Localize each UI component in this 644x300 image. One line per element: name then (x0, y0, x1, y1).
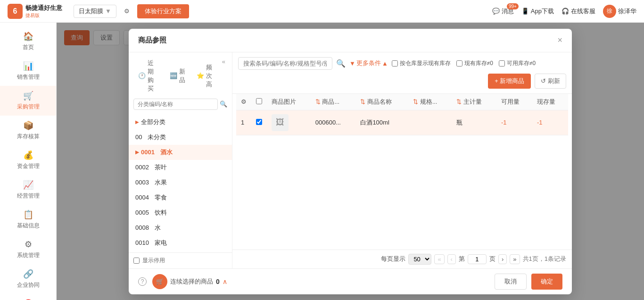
per-page-select[interactable]: 50 (408, 254, 431, 265)
select-all-checkbox[interactable] (256, 98, 262, 104)
table-row[interactable]: 1 🖼 000600... 白酒100ml (236, 110, 568, 135)
last-page-button[interactable]: » (510, 254, 520, 264)
page-number-input[interactable] (468, 254, 487, 264)
cat-item-00[interactable]: 00 未分类 (129, 130, 232, 145)
cat-item-0001[interactable]: ▶ 0001 酒水 (129, 145, 232, 160)
basic-info-icon: 📋 (23, 209, 33, 220)
sidebar-item-home[interactable]: 🏠 首页 (0, 26, 56, 56)
stock-nonzero-checkbox[interactable]: 现有库存≠0 (456, 59, 493, 67)
first-page-button[interactable]: « (434, 254, 444, 264)
warehouse-stock-checkbox[interactable]: 按仓库显示现有库存 (392, 59, 451, 67)
settings-icon[interactable]: ⚙ (124, 8, 130, 15)
cart-icon-button[interactable]: 🛒 (152, 274, 167, 289)
chevron-down-icon: ▼ (105, 8, 111, 15)
cat-item-0003[interactable]: 0003 水果 (129, 175, 232, 190)
cart-icon: 🛒 (156, 278, 164, 285)
sidebar-item-label: 企业协同 (17, 281, 40, 289)
cat-item-0008[interactable]: 0008 水 (129, 220, 232, 235)
page-unit-label: 页 (489, 255, 495, 263)
left-footer: 显示停用 (129, 252, 232, 268)
tab-recent-purchase[interactable]: 🕐 近期购买 (133, 56, 163, 96)
collapse-left-button[interactable]: « (220, 56, 227, 96)
row-image: 🖼 (267, 110, 311, 135)
col-code-header[interactable]: ⇅ 商品... (311, 94, 356, 110)
sidebar-item-finance[interactable]: 💰 资金管理 (0, 145, 56, 175)
cart-area: 🛒 连续选择的商品 0 ∧ (152, 274, 227, 289)
col-spec-header[interactable]: ⇅ 规格... (408, 94, 452, 110)
app-icon: 📱 (521, 8, 529, 15)
tab-high-freq[interactable]: ⭐ 频次高 (192, 56, 218, 96)
cancel-button[interactable]: 取消 (495, 274, 527, 290)
app-download-button[interactable]: 📱 App下载 (521, 7, 554, 16)
purchase-icon: 🛒 (23, 91, 33, 101)
cat-item-0002[interactable]: 0002 茶叶 (129, 160, 232, 175)
clock-icon: 🕐 (138, 72, 146, 79)
prev-page-button[interactable]: ‹ (447, 254, 456, 264)
collapse-cart-button[interactable]: ∧ (223, 278, 227, 285)
row-name: 白酒100ml (355, 110, 408, 135)
message-button[interactable]: 💬 消息 99+ (492, 7, 514, 16)
notification-badge: 99+ (507, 3, 519, 9)
filter-arrow-icon: ▲ (382, 60, 388, 67)
filter-checkboxes: 按仓库显示现有库存 现有库存≠0 可用库存≠0 (392, 59, 536, 67)
show-disabled-checkbox[interactable]: 显示停用 (133, 257, 227, 265)
add-product-button[interactable]: + 新增商品 (488, 74, 531, 89)
logo-area: 6 畅捷通好生意 捷易版 (8, 4, 62, 19)
stock-nonzero-input[interactable] (456, 60, 462, 67)
left-panel: 🕐 近期购买 🆕 新品 ⭐ 频次高 « (129, 52, 232, 268)
trial-button[interactable]: 体验行业方案 (137, 4, 189, 18)
category-search-input[interactable] (133, 99, 218, 110)
tab-label: 频次高 (206, 63, 213, 89)
sidebar: 🏠 首页 📊 销售管理 🛒 采购管理 📦 库存核算 💰 资金管理 📈 经营管理 … (0, 23, 57, 300)
show-disabled-label: 显示停用 (142, 257, 165, 265)
sidebar-item-guide[interactable]: 🎯 新手引导 (0, 294, 56, 300)
col-settings[interactable]: ⚙ (236, 94, 251, 110)
col-name-header[interactable]: ⇅ 商品名称 (355, 94, 408, 110)
cat-item-all[interactable]: ▶ 全部分类 (129, 115, 232, 130)
confirm-button[interactable]: 确定 (531, 274, 562, 290)
row-select-checkbox[interactable] (256, 119, 262, 125)
headset-icon: 🎧 (561, 8, 569, 15)
top-nav: 6 畅捷通好生意 捷易版 日太阳膜 ▼ ⚙ 体验行业方案 💬 消息 99+ 📱 … (0, 0, 644, 23)
online-service-button[interactable]: 🎧 在线客服 (561, 7, 595, 16)
filter-icon: ▼ (349, 60, 355, 67)
help-icon[interactable]: ? (138, 277, 147, 286)
user-area[interactable]: 徐 徐泽华 (603, 5, 636, 18)
col-unit-header[interactable]: ⇅ 主计量 (452, 94, 496, 110)
arrow-right-icon: ▶ (135, 150, 139, 155)
sidebar-item-inventory[interactable]: 📦 库存核算 (0, 116, 56, 145)
left-tabs: 🕐 近期购买 🆕 新品 ⭐ 频次高 « (129, 52, 232, 96)
filter-button[interactable]: ▼ 更多条件 ▲ (349, 59, 388, 67)
cat-item-0004[interactable]: 0004 零食 (129, 190, 232, 205)
sort-icon: ⇅ (413, 98, 418, 105)
available-nonzero-checkbox[interactable]: 可用库存≠0 (499, 59, 536, 67)
tab-new-product[interactable]: 🆕 新品 (165, 56, 190, 96)
col-label: 规格... (420, 98, 438, 105)
row-code: 000600... (311, 110, 356, 135)
sidebar-item-sales[interactable]: 📊 销售管理 (0, 56, 56, 86)
modal-overlay: 商品参照 × 🕐 近期购买 🆕 (57, 23, 644, 300)
next-page-button[interactable]: › (498, 254, 507, 264)
cat-label: 0004 (135, 194, 149, 201)
product-modal: 商品参照 × 🕐 近期购买 🆕 (129, 29, 572, 294)
row-checkbox[interactable] (251, 110, 267, 135)
store-selector[interactable]: 日太阳膜 ▼ (74, 5, 116, 18)
refresh-table-button[interactable]: ↺ 刷新 (535, 74, 566, 89)
sidebar-item-purchase[interactable]: 🛒 采购管理 (0, 86, 56, 116)
sidebar-item-enterprise[interactable]: 🔗 企业协同 (0, 264, 56, 294)
col-checkbox[interactable] (251, 94, 267, 110)
category-search-icon[interactable]: 🔍 (220, 100, 227, 108)
available-nonzero-input[interactable] (499, 60, 505, 67)
modal-close-button[interactable]: × (557, 35, 562, 45)
warehouse-checkbox-input[interactable] (392, 60, 398, 67)
disabled-checkbox-input[interactable] (133, 258, 140, 264)
message-icon: 💬 (492, 8, 500, 15)
sidebar-item-operations[interactable]: 📈 经营管理 (0, 175, 56, 205)
product-search-input[interactable] (238, 57, 332, 70)
cat-label: 0005 (135, 209, 149, 216)
cat-item-0005[interactable]: 0005 饮料 (129, 205, 232, 220)
sidebar-item-basic-info[interactable]: 📋 基础信息 (0, 205, 56, 234)
sidebar-item-system[interactable]: ⚙ 系统管理 (0, 234, 56, 264)
cat-item-0010[interactable]: 0010 家电 (129, 235, 232, 250)
product-search-icon[interactable]: 🔍 (336, 59, 346, 68)
